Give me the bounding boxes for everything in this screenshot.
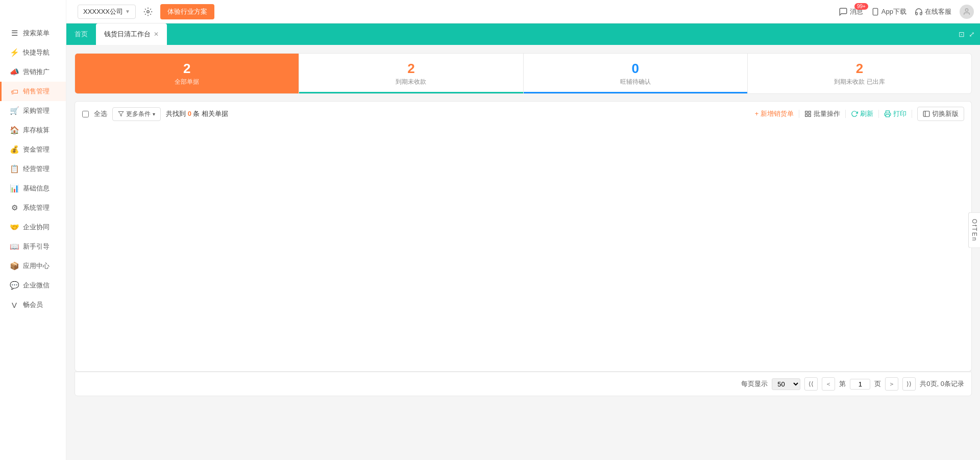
enterprise-icon: 🤝 [10,223,19,232]
divider4 [912,110,912,118]
sidebar-item-app-center[interactable]: 📦 应用中心 [0,256,66,276]
tab-workbench[interactable]: 钱货日清工作台 ✕ [96,23,167,45]
sidebar-item-inventory[interactable]: 🏠 库存核算 [0,120,66,140]
shortcut-icon: ⚡ [10,48,19,57]
often-tag[interactable]: OfTEn [968,212,980,248]
stat-overdue-receivable-number: 2 [309,61,512,77]
sidebar-item-sales[interactable]: 🏷 销售管理 [0,82,66,101]
sidebar-item-search[interactable]: ☰ 搜索菜单 [0,23,66,43]
sidebar-item-system-label: 系统管理 [23,203,50,212]
stat-overdue-receivable-label: 到期未收款 [309,78,512,86]
print-icon [884,110,891,117]
switch-icon [923,110,930,117]
svg-rect-6 [808,111,811,113]
sidebar-item-guide-label: 新手引导 [23,242,50,251]
sidebar-item-operations[interactable]: 📋 经营管理 [0,159,66,179]
filter-label: 更多条件 [126,110,151,118]
online-service-button[interactable]: 在线客服 [915,7,951,16]
stat-overdue-receivable[interactable]: 2 到期未收款 [299,54,523,93]
wechat-icon: 💬 [10,281,19,290]
sidebar-item-basic-info[interactable]: 📊 基础信息 [0,179,66,198]
pagination: 每页显示 50 100 200 ⟨⟨ ＜ 第 页 ＞ ⟩⟩ 共0页, 0条记录 [75,372,972,396]
sidebar-item-marketing[interactable]: 📣 营销推广 [0,62,66,82]
filter-arrow-icon: ▾ [153,111,155,117]
stat-wangfu-pending-number: 0 [534,61,737,77]
system-icon: ⚙ [10,203,19,212]
stat-overdue-shipped-number: 2 [758,61,961,77]
last-page-button[interactable]: ⟩⟩ [902,377,916,391]
print-button[interactable]: 打印 [884,109,906,118]
company-name: XXXXXX公司 [83,7,123,16]
inventory-icon: 🏠 [10,126,19,135]
app-download-label: App下载 [881,7,906,16]
search-menu-icon: ☰ [10,29,19,38]
tab-expand-icon[interactable]: ⤢ [969,30,975,38]
tab-bar: 首页 钱货日清工作台 ✕ ⊡ ⤢ [66,23,980,45]
toolbar: 全选 更多条件 ▾ 共找到 0 条 相关单据 + 新增销货单 批量操作 [75,101,972,126]
tab-home-label: 首页 [75,30,88,39]
switch-version-button[interactable]: 切换新版 [917,107,964,121]
svg-point-0 [147,10,150,13]
svg-rect-7 [808,114,811,116]
empty-state [75,126,971,371]
company-selector[interactable]: XXXXXX公司 ▼ [78,5,136,19]
tab-close-icon[interactable]: ✕ [154,31,159,38]
divider3 [878,110,879,118]
page-size-label: 每页显示 [741,379,768,389]
page-number-input[interactable] [850,379,870,390]
stat-wangfu-pending-label: 旺辅待确认 [534,78,737,86]
sidebar-item-member[interactable]: V 畅会员 [0,295,66,314]
refresh-button[interactable]: 刷新 [851,109,873,118]
purchase-icon: 🛒 [10,106,19,115]
sidebar-item-shortcut[interactable]: ⚡ 快捷导航 [0,43,66,62]
select-all-checkbox[interactable] [82,111,89,117]
sidebar-item-operations-label: 经营管理 [23,164,50,174]
sidebar-item-enterprise-label: 企业协同 [23,223,50,232]
sidebar-item-marketing-label: 营销推广 [23,67,50,77]
add-order-button[interactable]: + 新增销货单 [755,109,794,118]
trial-button[interactable]: 体验行业方案 [160,4,214,19]
first-page-button[interactable]: ⟨⟨ [804,377,818,391]
page-unit: 页 [874,379,881,389]
page-size-select[interactable]: 50 100 200 [772,378,800,390]
tab-restore-icon[interactable]: ⊡ [959,30,965,38]
main-content: 2 全部单据 2 到期未收款 0 旺辅待确认 2 到期未收款 已出库 全选 更多… [66,45,980,460]
finance-icon: 💰 [10,145,19,154]
sidebar-item-enterprise[interactable]: 🤝 企业协同 [0,217,66,237]
sidebar-item-sales-label: 销售管理 [23,87,50,96]
filter-button[interactable]: 更多条件 ▾ [112,107,161,121]
svg-rect-8 [805,114,807,116]
settings-button[interactable] [140,4,156,20]
sidebar-item-member-label: 畅会员 [23,300,43,309]
tab-controls: ⊡ ⤢ [959,30,980,38]
sidebar-item-guide[interactable]: 📖 新手引导 [0,237,66,256]
sidebar-item-basic-info-label: 基础信息 [23,184,50,193]
svg-rect-1 [873,8,877,15]
divider [799,110,799,118]
next-page-button[interactable]: ＞ [885,377,898,391]
sidebar-item-system[interactable]: ⚙ 系统管理 [0,198,66,217]
select-all-label: 全选 [94,109,107,118]
stat-all-orders[interactable]: 2 全部单据 [75,54,299,93]
prev-page-button[interactable]: ＜ [822,377,835,391]
svg-point-3 [965,9,968,11]
stat-overdue-shipped[interactable]: 2 到期未收款 已出库 [748,54,971,93]
tab-home[interactable]: 首页 [66,23,96,45]
refresh-icon [851,110,858,117]
toolbar-right: + 新增销货单 批量操作 刷新 打印 [755,107,964,121]
marketing-icon: 📣 [10,67,19,77]
svg-rect-10 [923,111,929,117]
sidebar-item-finance[interactable]: 💰 资金管理 [0,140,66,159]
batch-operation-button[interactable]: 批量操作 [804,109,840,118]
top-header: 6 畅捷通好生意 标准版 XXXXXX公司 ▼ 体验行业方案 消息 99+ [0,0,980,23]
stats-row: 2 全部单据 2 到期未收款 0 旺辅待确认 2 到期未收款 已出库 [75,53,972,94]
stat-wangfu-pending[interactable]: 0 旺辅待确认 [524,54,748,93]
divider2 [845,110,846,118]
found-text: 共找到 0 条 相关单据 [166,109,228,118]
operations-icon: 📋 [10,164,19,174]
sidebar-item-wechat[interactable]: 💬 企业微信 [0,276,66,295]
app-download-button[interactable]: App下载 [871,7,906,16]
message-button[interactable]: 消息 99+ [839,7,863,16]
sidebar: ☰ 搜索菜单 ⚡ 快捷导航 📣 营销推广 🏷 销售管理 🛒 采购管理 🏠 库存核… [0,0,66,460]
sidebar-item-purchase[interactable]: 🛒 采购管理 [0,101,66,120]
